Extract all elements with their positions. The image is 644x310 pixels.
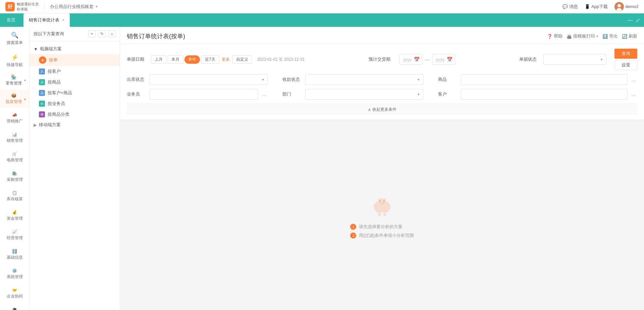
this-month-btn[interactable]: 本月: [168, 55, 183, 64]
top-bar-left: 好 畅捷通好生意 标准版 办公用品行业模拟账套 ▾: [5, 2, 98, 11]
last-month-btn[interactable]: 上月: [151, 55, 166, 64]
app-title-dropdown-icon: ▾: [96, 4, 98, 9]
sidebar-item-system[interactable]: ⚙️ 系统管理: [0, 264, 29, 283]
svg-rect-7: [380, 203, 384, 204]
mobile-group-header[interactable]: ▶ 移动端方案: [30, 120, 120, 130]
single-status-dropdown-icon: ▾: [601, 57, 603, 62]
sidebar-item-newuser[interactable]: 🎓 新手引导: [0, 303, 29, 310]
out-status-item: 出库状态 ▾: [127, 74, 268, 85]
calendar-end-icon[interactable]: 📅: [447, 57, 452, 62]
collapse-more-arrow-icon: ∧: [368, 107, 371, 112]
inventory-icon: 📋: [12, 191, 17, 195]
home-tab[interactable]: 首页: [0, 13, 22, 27]
scheme-item-by-order[interactable]: ● 按单: [30, 54, 120, 66]
tab-minimize-btn[interactable]: —: [628, 17, 633, 23]
set-btn[interactable]: 设置: [614, 60, 637, 70]
salesperson-input[interactable]: [150, 89, 258, 100]
print-btn[interactable]: 🖨️ 按模板打印 ▾: [567, 33, 598, 39]
sidebar-item-enterprise[interactable]: 🤝 企业协同: [0, 283, 29, 303]
help-btn[interactable]: ❓ 帮助: [547, 33, 562, 39]
sidebar-item-search[interactable]: 🔍 搜索菜单: [0, 27, 29, 49]
add-scheme-btn[interactable]: +: [88, 30, 96, 38]
content-area: 按以下方案查询 + ✎ « ▼: [30, 27, 644, 310]
finance-icon: 💰: [12, 210, 17, 215]
custom-date-btn[interactable]: 自定义: [232, 55, 252, 64]
scheme-customer-goods-icon: 品: [39, 90, 45, 96]
customer-input[interactable]: [461, 89, 628, 100]
ecommerce-icon: 🛒: [12, 152, 17, 156]
customer-ellipsis-btn[interactable]: …: [630, 92, 637, 97]
sidebar-item-wholesale[interactable]: 📦 批发管理 ▴: [0, 90, 29, 108]
department-item: 部门 ▾: [282, 89, 423, 100]
sidebar: 🔍 搜索菜单 ⚡ 快捷导航 🏪 零售管理 ▾ 📦 批发管理 ▴: [0, 27, 30, 310]
active-tab[interactable]: 销售订单统计表 ×: [23, 13, 70, 27]
svg-point-1: [618, 4, 621, 7]
sidebar-item-sales[interactable]: 📊 销售管理: [0, 127, 29, 147]
sidebar-item-operations[interactable]: 📈 经营管理: [0, 225, 29, 244]
receipt-status-label: 收款状态: [282, 76, 303, 83]
filter-row-1: 单据日期 上月 本月 本年 近7天 更多 自定义 2023-01-01 至 20…: [127, 49, 637, 70]
single-date-label: 单据日期: [127, 56, 147, 62]
edit-scheme-btn[interactable]: ✎: [98, 30, 106, 38]
collapse-panel-btn[interactable]: «: [108, 30, 116, 38]
this-year-btn[interactable]: 本年: [184, 55, 200, 64]
message-btn[interactable]: 💬 消息: [562, 4, 578, 10]
page-actions: ❓ 帮助 🖨️ 按模板打印 ▾ ⬆️ 导出 🔄 刷新: [547, 33, 637, 39]
mobile-group-arrow-icon: ▶: [34, 122, 37, 127]
receipt-status-select[interactable]: ▾: [305, 74, 423, 85]
tab-bar: 首页 销售订单统计表 × — ⤢: [0, 13, 644, 27]
scheme-item-by-customer-goods[interactable]: 品 按客户+商品: [30, 88, 120, 98]
filter-row-3: 业务员 … 部门 ▾ 客户: [127, 89, 637, 100]
user-profile[interactable]: demo2: [614, 2, 639, 11]
app-title[interactable]: 办公用品行业模拟账套 ▾: [50, 4, 98, 10]
scheme-item-by-customer[interactable]: 人 按客户: [30, 66, 120, 77]
svg-rect-11: [383, 212, 386, 216]
collapse-more-btn[interactable]: ∧ 收起更多条件: [127, 104, 637, 115]
tip-2-num: 2: [350, 232, 356, 239]
sidebar-item-quicknav[interactable]: ⚡ 快捷导航: [0, 49, 29, 71]
empty-tips: 1 请先选择要分析的方案 2 用[过滤]条件来缩小分析范围: [350, 224, 414, 239]
purchase-icon: 🛍️: [12, 171, 17, 176]
receipt-status-item: 收款状态 ▾: [282, 74, 423, 85]
goods-input[interactable]: [461, 74, 628, 85]
page-header: 销售订单统计表(按单) ❓ 帮助 🖨️ 按模板打印 ▾ ⬆️ 导出: [120, 27, 644, 44]
main-layout: 🔍 搜索菜单 ⚡ 快捷导航 🏪 零售管理 ▾ 📦 批发管理 ▴: [0, 27, 644, 310]
expected-date-label: 预计交货期: [369, 56, 395, 62]
query-btn[interactable]: 查询: [614, 49, 637, 59]
system-icon: ⚙️: [12, 268, 17, 273]
sidebar-item-inventory[interactable]: 📋 库存核算: [0, 186, 29, 205]
app-download-btn[interactable]: 📱 App下载: [585, 4, 608, 10]
more-date-btn[interactable]: 更多: [220, 57, 231, 62]
department-select[interactable]: ▾: [305, 89, 423, 100]
empty-illustration: [369, 192, 395, 218]
out-status-select[interactable]: ▾: [150, 74, 268, 85]
refresh-icon: 🔄: [622, 34, 627, 39]
tab-close-btn[interactable]: ×: [62, 18, 64, 22]
tip-1-num: 1: [350, 224, 356, 230]
sidebar-item-marketing[interactable]: 📣 营销推广: [0, 108, 29, 127]
avatar: [614, 2, 624, 11]
sidebar-item-retail[interactable]: 🏪 零售管理 ▾: [0, 71, 29, 90]
single-status-select[interactable]: ▾: [543, 54, 606, 65]
scheme-item-by-goods-category[interactable]: 格 按商品分类: [30, 109, 120, 120]
sidebar-item-ecommerce[interactable]: 🛒 电商管理: [0, 147, 29, 166]
calendar-start-icon[interactable]: 📅: [414, 57, 420, 62]
tab-expand-btn[interactable]: ⤢: [636, 17, 640, 23]
pc-group-header[interactable]: ▼ 电脑端方案: [30, 44, 120, 54]
salesperson-ellipsis-btn[interactable]: …: [261, 92, 268, 97]
goods-label: 商品: [438, 76, 458, 83]
basicinfo-icon: ℹ️: [12, 249, 17, 254]
last7days-btn[interactable]: 近7天: [201, 55, 219, 64]
sidebar-item-purchase[interactable]: 🛍️ 采购管理: [0, 166, 29, 186]
export-btn[interactable]: ⬆️ 导出: [602, 33, 618, 39]
goods-ellipsis-btn[interactable]: …: [630, 77, 637, 82]
scheme-item-by-salesperson[interactable]: 柱 按业务员: [30, 98, 120, 109]
empty-state: 1 请先选择要分析的方案 2 用[过滤]条件来缩小分析范围: [120, 120, 644, 310]
sidebar-item-basicinfo[interactable]: ℹ️ 基础信息: [0, 244, 29, 264]
refresh-btn[interactable]: 🔄 刷新: [622, 33, 637, 39]
pc-scheme-group: ▼ 电脑端方案 ● 按单 人 按客户 品: [30, 44, 120, 120]
scheme-item-by-goods[interactable]: 品 按商品: [30, 77, 120, 88]
date-range-text: 2023-01-01 至 2023-12-31: [257, 57, 305, 62]
sidebar-item-finance[interactable]: 💰 资金管理: [0, 205, 29, 225]
top-bar-right: 💬 消息 📱 App下载 demo2: [562, 2, 639, 11]
